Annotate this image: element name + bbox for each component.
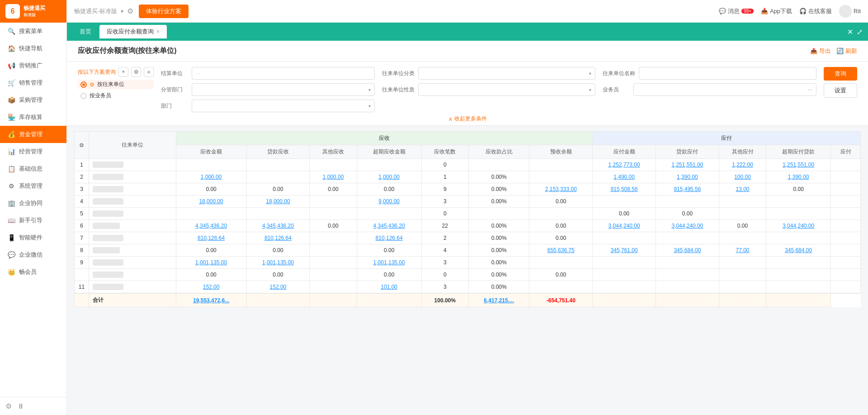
sidebar-item-marketing[interactable]: 📢 营销推广 [0,57,66,74]
scheme-collapse-btn[interactable]: « [144,67,154,77]
row-cell[interactable]: 101.00 [357,281,421,294]
row-cell[interactable]: 1,251,551.00 [766,159,831,171]
sidebar-item-sales[interactable]: 🛒 销售管理 [0,74,66,91]
row-cell[interactable]: 0.00 [176,269,246,281]
online-service-btn[interactable]: 🎧 在线客服 [799,7,832,15]
row-cell[interactable]: 18,000.00 [246,196,310,208]
tab-receivable-payable[interactable]: 应收应付余额查询 × [99,25,167,38]
row-cell[interactable]: 0.00 [656,208,719,220]
input-yewuyuan[interactable]: ··· [633,83,816,96]
row-cell[interactable]: 1,390.00 [766,171,831,183]
row-cell[interactable]: 810,126.64 [357,232,421,244]
row-cell[interactable]: 915,508.56 [593,183,656,196]
tab-close-icon[interactable]: × [156,29,160,35]
user-avatar-area[interactable]: Rit [839,5,861,18]
row-cell[interactable]: 0.00 [246,244,310,257]
topbar-settings-icon[interactable]: ⚙ [127,7,133,15]
app-download-btn[interactable]: 📥 App下载 [761,7,792,15]
row-cell[interactable]: 1,000.00 [357,171,421,183]
message-btn[interactable]: 💬 消息 99+ [719,7,754,15]
row-cell[interactable]: 345,761.00 [593,244,656,257]
input-wanglai-mingcheng[interactable] [639,67,816,80]
row-cell[interactable]: 0.00 [529,196,593,208]
sidebar-collapse-btn[interactable]: ⏸ [17,402,24,410]
row-cell[interactable]: 152.00 [246,281,310,294]
row-cell[interactable]: 345,684.00 [656,244,719,257]
collapse-more-btn[interactable]: ∧ 收起更多条件 [448,115,487,123]
breadcrumb-dropdown-icon[interactable]: ▾ [121,8,123,14]
row-cell[interactable]: 655,636.75 [529,244,593,257]
query-button[interactable]: 查询 [824,67,857,81]
row-cell[interactable]: 0.00 [357,183,421,196]
sidebar-item-operation[interactable]: 📊 经营管理 [0,143,66,160]
sidebar-item-finance[interactable]: 💰 资金管理 [0,126,66,143]
row-cell[interactable]: 345,684.00 [766,244,831,257]
row-cell[interactable]: 0.00 [766,183,831,196]
sidebar-item-purchase[interactable]: 📦 采购管理 [0,91,66,109]
settings-button[interactable]: 设置 [824,83,857,98]
row-cell[interactable]: 0.00 [529,269,593,281]
row-cell[interactable]: 1,001,135.00 [176,257,246,269]
filter-by-unit[interactable]: ⚙ 按往来单位 [78,80,154,89]
row-cell[interactable]: 810,126.64 [246,232,310,244]
filter-by-staff[interactable]: 按业务员 [78,91,154,100]
row-cell[interactable]: 810,126.64 [176,232,246,244]
add-scheme-btn[interactable]: + [118,67,128,77]
sidebar-item-corpwechat[interactable]: 💬 企业微信 [0,246,66,263]
row-cell[interactable]: 3,044,240.00 [766,220,831,232]
scheme-settings-btn[interactable]: ⚙ [131,67,141,77]
input-bumen[interactable]: ▾ [192,100,375,112]
row-cell[interactable]: 4,345,436.20 [246,220,310,232]
row-cell[interactable]: 1,001,135.00 [246,257,310,269]
row-cell[interactable]: 100.00 [719,171,766,183]
refresh-button[interactable]: 🔄 刷新 [836,47,857,55]
row-cell[interactable]: 1,252,773.00 [593,159,656,171]
row-cell[interactable]: 13.00 [719,183,766,196]
row-cell[interactable]: 2,153,333.00 [529,183,593,196]
row-cell[interactable]: 3,044,240.00 [656,220,719,232]
row-cell[interactable]: 9,000.00 [357,196,421,208]
row-cell[interactable]: 0.00 [176,244,246,257]
row-cell[interactable]: 77.00 [719,244,766,257]
input-wanglai-xingzhi[interactable]: ▾ [418,83,596,96]
trial-button[interactable]: 体验行业方案 [139,5,189,18]
sidebar-item-system[interactable]: ⚙ 系统管理 [0,177,66,195]
sidebar-item-member[interactable]: 👑 畅会员 [0,263,66,281]
row-cell[interactable]: 1,390.00 [656,171,719,183]
row-cell[interactable]: 3,044,240.00 [593,220,656,232]
window-expand-btn[interactable]: ⤢ [857,28,863,36]
row-cell[interactable]: 0.00 [719,220,766,232]
row-cell[interactable]: 4,345,436.20 [176,220,246,232]
row-cell[interactable]: 0.00 [246,183,310,196]
sidebar-item-corpcoop[interactable]: 🏢 企业协同 [0,195,66,212]
row-cell[interactable]: 4,345,436.20 [357,220,421,232]
input-jiesuan[interactable]: ··· [192,67,375,80]
table-settings-header[interactable]: ⚙ [75,132,89,159]
sidebar-item-inventory[interactable]: 🏪 库存核算 [0,109,66,126]
tab-home[interactable]: 首页 [72,25,99,38]
row-cell[interactable]: 1,000.00 [310,171,357,183]
input-wanglai-fenlei[interactable]: ▾ [418,67,596,80]
sidebar-item-smarthw[interactable]: 📱 智能硬件 [0,229,66,246]
sidebar-item-quick-nav[interactable]: 🏠 快捷导航 [0,40,66,57]
export-button[interactable]: 📤 导出 [810,47,831,55]
row-cell[interactable]: 1,222.00 [719,159,766,171]
row-cell[interactable]: 0.00 [529,220,593,232]
row-cell[interactable]: 0.00 [357,244,421,257]
input-fenguan[interactable]: ▾ [192,83,375,96]
row-cell[interactable]: 1,490.00 [593,171,656,183]
sidebar-item-search-menu[interactable]: 🔍 搜索菜单 [0,23,66,40]
row-cell[interactable]: 0.00 [529,232,593,244]
sidebar-item-baseinfo[interactable]: 📋 基础信息 [0,160,66,177]
row-cell[interactable]: 1,251,551.00 [656,159,719,171]
row-cell[interactable]: 152.00 [176,281,246,294]
row-cell[interactable]: 1,001,135.00 [357,257,421,269]
window-close-btn[interactable]: ✕ [847,28,853,36]
row-cell[interactable]: 1,000.00 [176,171,246,183]
row-cell[interactable]: 18,000.00 [176,196,246,208]
row-cell[interactable]: 0.00 [310,183,357,196]
sidebar-settings-btn[interactable]: ⚙ [5,402,12,410]
sidebar-item-guide[interactable]: 📖 新手引导 [0,212,66,229]
row-cell[interactable]: 0.00 [246,269,310,281]
row-cell[interactable]: 0.00 [593,208,656,220]
